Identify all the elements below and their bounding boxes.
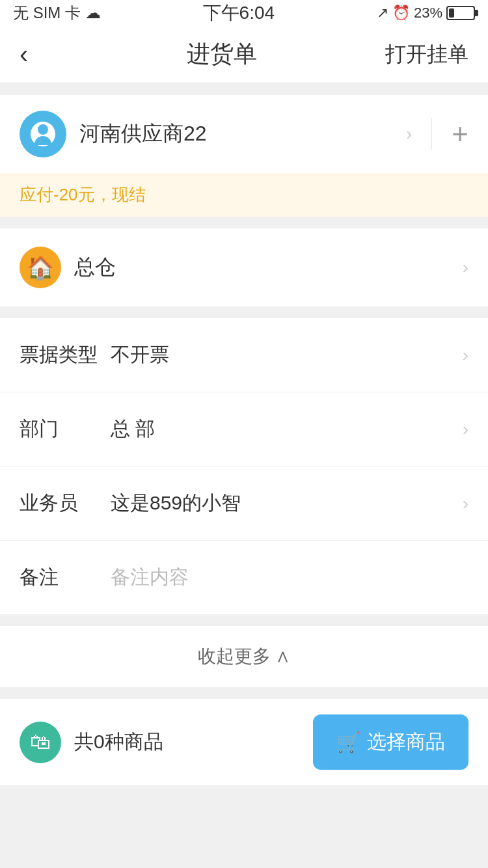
select-product-label: 选择商品: [367, 729, 445, 755]
battery-icon: [446, 6, 475, 20]
ticket-type-label: 票据类型: [20, 342, 111, 368]
product-bar: 🛍 共0种商品 🛒 选择商品: [0, 699, 488, 785]
battery-percent: 23%: [414, 5, 442, 21]
remarks-value[interactable]: 备注内容: [111, 564, 468, 591]
product-count: 共0种商品: [74, 729, 313, 755]
supplier-avatar: [20, 111, 66, 157]
status-left: 无 SIM 卡 ☁: [13, 3, 101, 23]
salesperson-row[interactable]: 业务员 这是859的小智 ›: [0, 467, 488, 541]
collapse-button[interactable]: 收起更多 ∧: [0, 626, 488, 687]
status-time: 下午6:04: [203, 1, 275, 25]
department-arrow: ›: [463, 419, 468, 440]
page-background: [0, 785, 488, 868]
warehouse-section[interactable]: 🏠 总仓 ›: [0, 228, 488, 306]
warehouse-name: 总仓: [74, 253, 463, 282]
house-icon: 🏠: [27, 254, 54, 280]
person-icon: [31, 122, 55, 146]
location-icon: ↗: [377, 5, 388, 21]
status-bar: 无 SIM 卡 ☁ 下午6:04 ↗ ⏰ 23%: [0, 0, 488, 26]
product-icon-wrap: 🛍: [20, 722, 61, 763]
add-supplier-button[interactable]: +: [452, 118, 468, 150]
alarm-icon: ⏰: [392, 5, 410, 21]
page-title: 进货单: [187, 38, 257, 70]
back-button[interactable]: ‹: [20, 40, 59, 69]
department-row[interactable]: 部门 总 部 ›: [0, 392, 488, 467]
salesperson-arrow: ›: [463, 493, 468, 514]
status-right: ↗ ⏰ 23%: [377, 5, 475, 21]
warehouse-icon-wrap: 🏠: [20, 247, 61, 288]
remarks-row[interactable]: 备注 备注内容: [0, 541, 488, 614]
remarks-label: 备注: [20, 564, 111, 591]
notice-bar: 应付-20元，现结: [0, 173, 488, 217]
ticket-type-value: 不开票: [111, 342, 463, 368]
gap-1: [0, 83, 488, 95]
ticket-type-arrow: ›: [463, 345, 468, 366]
ticket-type-row[interactable]: 票据类型 不开票 ›: [0, 318, 488, 392]
supplier-section: 河南供应商22 › +: [0, 95, 488, 173]
shopping-bag-icon: 🛍: [30, 730, 51, 754]
supplier-arrow-icon: ›: [406, 124, 412, 144]
department-value: 总 部: [111, 416, 463, 442]
salesperson-value: 这是859的小智: [111, 490, 463, 517]
supplier-divider: [431, 118, 432, 150]
collapse-label: 收起更多 ∧: [198, 644, 291, 669]
open-pending-button[interactable]: 打开挂单: [385, 40, 468, 69]
select-product-button[interactable]: 🛒 选择商品: [313, 714, 468, 770]
department-label: 部门: [20, 416, 111, 442]
warehouse-arrow-icon: ›: [463, 257, 468, 278]
cart-icon: 🛒: [336, 731, 360, 753]
sim-indicator: 无 SIM 卡 ☁: [13, 3, 101, 23]
supplier-name[interactable]: 河南供应商22: [79, 120, 406, 148]
salesperson-label: 业务员: [20, 490, 111, 517]
form-section: 票据类型 不开票 › 部门 总 部 › 业务员 这是859的小智 › 备注 备注…: [0, 318, 488, 614]
nav-bar: ‹ 进货单 打开挂单: [0, 26, 488, 83]
